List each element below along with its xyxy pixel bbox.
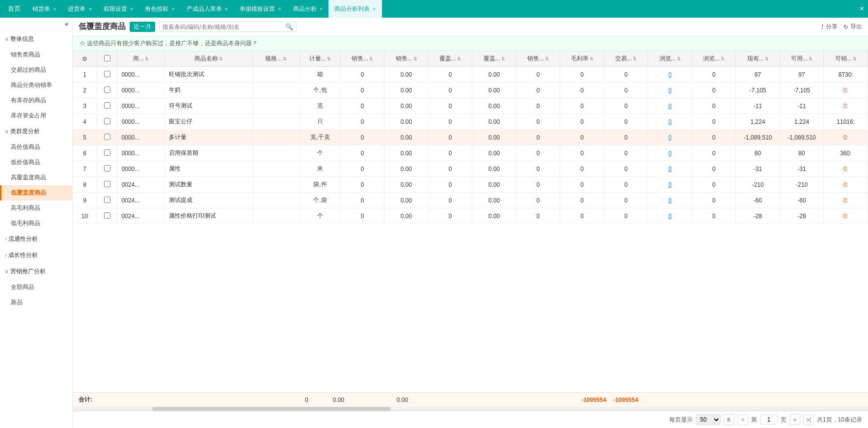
cell-browse1[interactable]: 0: [648, 130, 692, 145]
col-header-sales-qty[interactable]: 销售...⇅: [340, 51, 384, 67]
nav-goods-analysis-list[interactable]: 商品分析列表 ×: [328, 0, 381, 18]
sidebar-item-inventory-fund[interactable]: 库存资金占用: [0, 108, 72, 123]
cell-checkbox[interactable]: [97, 67, 117, 83]
per-page-select[interactable]: 50 20 100 200: [696, 414, 721, 425]
settings-icon[interactable]: ⚙: [82, 56, 87, 62]
sidebar-item-low-profit[interactable]: 低毛利商品: [0, 216, 72, 231]
cell-checkbox[interactable]: [97, 145, 117, 161]
sidebar-item-traded-goods[interactable]: 交易过的商品: [0, 62, 72, 78]
sidebar-item-all-goods[interactable]: 全部商品: [0, 280, 72, 295]
last-page-button[interactable]: >|: [803, 414, 814, 425]
page-number-input[interactable]: [760, 415, 778, 425]
row-checkbox[interactable]: [104, 165, 110, 171]
sidebar-section-growth[interactable]: › 成长性分析: [0, 247, 72, 263]
cell-checkbox[interactable]: [97, 208, 117, 224]
col-header-sales3[interactable]: 销售...⇅: [516, 51, 560, 67]
cell-browse1[interactable]: 0: [648, 114, 692, 130]
nav-close-template[interactable]: ×: [278, 6, 281, 12]
sidebar-item-stocked-goods[interactable]: 有库存的商品: [0, 93, 72, 108]
col-header-browse1[interactable]: 浏览...⇅: [648, 51, 692, 67]
col-header-current[interactable]: 现有...⇅: [736, 51, 780, 67]
cell-checkbox[interactable]: [97, 193, 117, 208]
cell-checkbox[interactable]: [97, 114, 117, 130]
cell-browse1[interactable]: 0: [648, 161, 692, 177]
sidebar-section-overall[interactable]: ∨ 整体信息: [0, 31, 72, 47]
sidebar-item-low-value[interactable]: 低价值商品: [0, 155, 72, 170]
table-container[interactable]: ⚙ 商...⇅ 商品名称⇅ 规格...⇅ 计量...⇅ 销售...⇅ 销售...…: [73, 51, 868, 392]
select-all-checkbox[interactable]: [104, 55, 110, 61]
cell-checkbox[interactable]: [97, 161, 117, 177]
nav-goods-analysis[interactable]: 商品分析 ×: [287, 0, 328, 18]
first-page-button[interactable]: K: [724, 414, 734, 425]
row-checkbox[interactable]: [104, 86, 110, 93]
cell-checkbox[interactable]: [97, 177, 117, 193]
sidebar-section-cluster[interactable]: ∨ 类群度分析: [0, 123, 72, 140]
nav-close-goods-list[interactable]: ×: [373, 6, 376, 12]
sidebar-item-low-coverage[interactable]: 低覆盖度商品: [0, 185, 72, 200]
cell-unit: 个,袋: [300, 193, 341, 208]
nav-close-role[interactable]: ×: [171, 6, 174, 12]
col-header-unit[interactable]: 计量...⇅: [300, 51, 341, 67]
row-checkbox[interactable]: [104, 149, 110, 156]
col-header-sales-amt[interactable]: 销售...⇅: [384, 51, 429, 67]
cell-checkbox[interactable]: [97, 130, 117, 145]
row-checkbox[interactable]: [104, 118, 110, 124]
col-header-spec[interactable]: 规格...⇅: [252, 51, 299, 67]
next-page-button[interactable]: >: [789, 414, 800, 425]
col-header-cover2[interactable]: 覆盖...⇅: [472, 51, 516, 67]
sidebar-section-liquidity[interactable]: › 流通性分析: [0, 231, 72, 247]
cell-browse2: 0: [692, 177, 736, 193]
cell-checkbox[interactable]: [97, 83, 117, 98]
row-checkbox[interactable]: [104, 102, 110, 109]
sidebar-item-high-value[interactable]: 高价值商品: [0, 140, 72, 155]
nav-sales-order[interactable]: 销货单 ×: [27, 0, 62, 18]
cell-browse1[interactable]: 0: [648, 98, 692, 114]
sidebar-item-sales-goods[interactable]: 销售类商品: [0, 47, 72, 62]
cell-browse1[interactable]: 0: [648, 177, 692, 193]
nav-close-permissions[interactable]: ×: [130, 6, 133, 12]
nav-purchase[interactable]: 进货单 ×: [62, 0, 97, 18]
nav-close-goods[interactable]: ×: [320, 6, 323, 12]
col-header-available[interactable]: 可用...⇅: [780, 51, 824, 67]
col-header-code[interactable]: 商...⇅: [117, 51, 164, 67]
row-checkbox[interactable]: [104, 134, 110, 140]
nav-permissions[interactable]: 权限设置 ×: [98, 0, 139, 18]
nav-product-in[interactable]: 产成品入库单 ×: [181, 0, 234, 18]
cell-browse1[interactable]: 0: [648, 145, 692, 161]
nav-role-auth[interactable]: 角色授权 ×: [139, 0, 180, 18]
cell-browse1[interactable]: 0: [648, 83, 692, 98]
row-checkbox[interactable]: [104, 71, 110, 77]
share-button[interactable]: ⤴ 分享: [821, 23, 838, 31]
col-header-saleable[interactable]: 可销...⇅: [824, 51, 868, 67]
cell-browse1[interactable]: 0: [648, 208, 692, 224]
col-header-name[interactable]: 商品名称⇅: [164, 51, 252, 67]
nav-close-purchase[interactable]: ×: [88, 6, 91, 12]
row-checkbox[interactable]: [104, 197, 110, 203]
col-header-gross-rate[interactable]: 毛利率⇅: [560, 51, 604, 67]
cell-browse1[interactable]: 0: [648, 193, 692, 208]
col-header-cover1[interactable]: 覆盖...⇅: [428, 51, 472, 67]
nav-template[interactable]: 单据模板设置 ×: [234, 0, 287, 18]
sidebar-section-marketing[interactable]: ∨ 营销推广分析: [0, 263, 72, 280]
row-checkbox[interactable]: [104, 212, 110, 219]
col-header-browse2[interactable]: 浏览...⇅: [692, 51, 736, 67]
sidebar-item-high-profit[interactable]: 高毛利商品: [0, 200, 72, 216]
prev-page-button[interactable]: <: [737, 414, 748, 425]
cell-checkbox[interactable]: [97, 98, 117, 114]
nav-close-all-button[interactable]: ×: [860, 4, 864, 13]
row-checkbox[interactable]: [104, 181, 110, 187]
sidebar-item-high-coverage[interactable]: 高覆盖度商品: [0, 170, 72, 185]
nav-close-sales[interactable]: ×: [53, 6, 56, 12]
col-header-trade[interactable]: 交易...⇅: [604, 51, 648, 67]
cell-browse1[interactable]: 0: [648, 67, 692, 83]
scrollbar-thumb[interactable]: [152, 407, 391, 411]
sidebar-item-category-rate[interactable]: 商品分类动销率: [0, 78, 72, 93]
nav-home[interactable]: 首页: [2, 0, 27, 18]
nav-close-product[interactable]: ×: [225, 6, 228, 12]
search-input[interactable]: [163, 24, 285, 30]
sidebar-item-new-goods[interactable]: 新品: [0, 295, 72, 310]
sidebar-collapse-button[interactable]: «: [65, 21, 68, 28]
export-button[interactable]: ↻ 导出: [843, 23, 862, 31]
horizontal-scrollbar[interactable]: [73, 407, 868, 411]
time-filter-button[interactable]: 近一月: [130, 22, 155, 32]
